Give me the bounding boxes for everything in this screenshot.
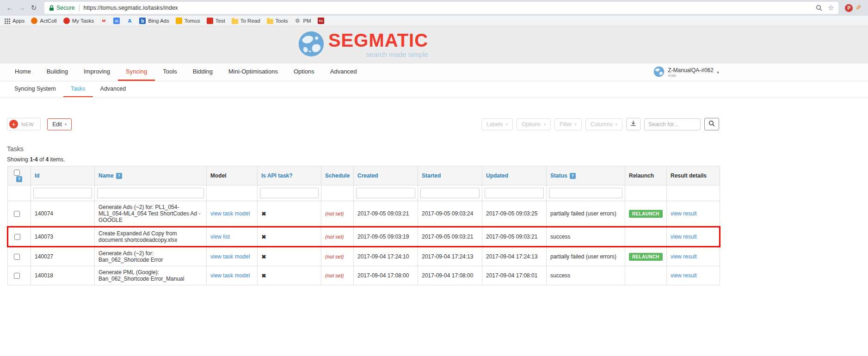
- filter-cell-relaunch: [625, 185, 667, 201]
- extension-pencil-icon[interactable]: ✎: [856, 4, 862, 12]
- filter-input-created[interactable]: [356, 188, 415, 198]
- bookmark-label: Tools: [276, 18, 288, 24]
- bookmark-gmail[interactable]: [100, 18, 107, 24]
- bookmark-my-tasks[interactable]: My Tasks: [63, 18, 94, 24]
- nav-item-building[interactable]: Building: [39, 63, 76, 81]
- new-button[interactable]: + NEW: [7, 118, 41, 130]
- bookmark-tomus[interactable]: Tomus: [176, 18, 200, 24]
- column-label: Result details: [671, 172, 707, 179]
- filter-input-is-api-task[interactable]: [260, 188, 319, 198]
- column-header-status[interactable]: Status: [547, 166, 625, 185]
- search-input[interactable]: [644, 118, 701, 130]
- bookmark-bing-ads[interactable]: Bing Ads: [139, 18, 169, 24]
- row-checkbox[interactable]: [14, 273, 20, 279]
- column-header-schedule[interactable]: Schedule: [321, 166, 354, 185]
- filter-input-started[interactable]: [420, 188, 480, 198]
- back-icon[interactable]: ←: [4, 2, 16, 14]
- column-header-name[interactable]: Name: [95, 166, 207, 185]
- relaunch-button[interactable]: RELAUNCH: [629, 210, 663, 218]
- result-link[interactable]: view result: [671, 253, 697, 260]
- column-header-is-api-task[interactable]: Is API task?: [258, 166, 321, 185]
- extension-p-icon[interactable]: [845, 4, 853, 12]
- nav-item-advanced[interactable]: Advanced: [322, 63, 365, 81]
- zoom-icon[interactable]: [816, 5, 822, 11]
- help-icon[interactable]: [116, 173, 122, 179]
- nav-item-syncing[interactable]: Syncing: [118, 63, 155, 81]
- nav-item-home[interactable]: Home: [7, 63, 39, 81]
- column-header-id[interactable]: Id: [31, 166, 95, 185]
- user-menu[interactable]: Z-ManualQA-#062 #280 ▾: [653, 63, 719, 81]
- relaunch-button[interactable]: RELAUNCH: [629, 253, 663, 261]
- row-checkbox[interactable]: [14, 254, 20, 260]
- nav-item-mini-optimisations[interactable]: Mini-Optimisations: [221, 63, 286, 81]
- filter-cell-updated: [482, 185, 547, 201]
- edit-button[interactable]: Edit ▾: [47, 118, 72, 130]
- grid-icon: [4, 18, 10, 24]
- help-icon[interactable]: [16, 176, 22, 182]
- model-link[interactable]: view task model: [210, 210, 250, 217]
- model-link[interactable]: view task model: [210, 272, 250, 279]
- refresh-icon[interactable]: ↻: [28, 2, 40, 14]
- result-cell: view result: [667, 266, 720, 285]
- result-cell: view result: [667, 247, 720, 266]
- result-link[interactable]: view result: [671, 233, 697, 240]
- bookmark-label: Tomus: [185, 18, 200, 24]
- bookmark-tools[interactable]: Tools: [267, 18, 288, 24]
- chevron-down-icon: ▾: [615, 122, 617, 127]
- select-all-checkbox[interactable]: [14, 170, 20, 176]
- model-link[interactable]: view list: [210, 233, 230, 240]
- subnav-item-advanced[interactable]: Advanced: [93, 81, 134, 97]
- download-icon: [630, 120, 636, 128]
- row-select-cell: [8, 247, 31, 266]
- column-header-created[interactable]: Created: [354, 166, 418, 185]
- bookmark-star-icon[interactable]: ☆: [828, 4, 834, 12]
- table-header-row: IdNameModelIs API task?ScheduleCreatedSt…: [8, 166, 720, 185]
- dropdown-filter[interactable]: Filter▾: [554, 118, 582, 130]
- export-button[interactable]: [626, 118, 640, 130]
- filter-input-status[interactable]: [549, 188, 622, 198]
- nav-item-improving[interactable]: Improving: [76, 63, 118, 81]
- row-checkbox[interactable]: [14, 211, 20, 217]
- column-label: Name: [98, 172, 114, 179]
- column-header-updated[interactable]: Updated: [482, 166, 547, 185]
- subnav-item-syncing-system[interactable]: Syncing System: [7, 81, 63, 97]
- nav-item-options[interactable]: Options: [286, 63, 322, 81]
- result-link[interactable]: view result: [671, 272, 697, 279]
- forward-icon[interactable]: →: [16, 2, 28, 14]
- filter-input-name[interactable]: [97, 188, 204, 198]
- search-button[interactable]: [704, 118, 719, 130]
- is-api-cell: ✖: [258, 247, 321, 266]
- bookmark-test[interactable]: Test: [207, 18, 225, 24]
- nav-item-tools[interactable]: Tools: [155, 63, 185, 81]
- column-header-started[interactable]: Started: [418, 166, 482, 185]
- bookmark-pm[interactable]: PM: [294, 18, 311, 24]
- row-checkbox[interactable]: [14, 234, 20, 240]
- bookmark-cal31[interactable]: [113, 18, 120, 24]
- table-row: 140027Generate Ads (~2) for: Ban_062_Sho…: [8, 247, 720, 266]
- dropdown-columns[interactable]: Columns▾: [585, 118, 622, 130]
- nav-item-bidding[interactable]: Bidding: [185, 63, 221, 81]
- bookmark-to-read[interactable]: To Read: [232, 18, 260, 24]
- bookmark-a-blue[interactable]: [126, 18, 133, 24]
- a-blue-icon: [126, 18, 133, 24]
- bookmark-tc[interactable]: [318, 18, 324, 24]
- gear-icon: [294, 18, 301, 24]
- bookmark-actcoll[interactable]: ActColl: [31, 18, 56, 24]
- filter-input-updated[interactable]: [485, 188, 544, 198]
- help-icon[interactable]: [570, 173, 576, 179]
- dropdown-label: Columns: [591, 121, 612, 128]
- subnav-item-tasks[interactable]: Tasks: [63, 81, 93, 97]
- dropdown-labels[interactable]: Labels▾: [481, 118, 513, 130]
- status-cell: success: [547, 266, 625, 285]
- model-link[interactable]: view task model: [210, 253, 250, 260]
- filter-input-id[interactable]: [33, 188, 92, 198]
- address-bar[interactable]: Secure https://tomus.segmatic.io/tasks/i…: [44, 2, 838, 14]
- bookmark-apps[interactable]: Apps: [4, 18, 25, 24]
- result-link[interactable]: view result: [671, 210, 697, 217]
- table-row: 140074Generate Ads (~2) for: PL1_054-ML1…: [8, 201, 720, 227]
- browser-toolbar: ← → ↻ Secure https://tomus.segmatic.io/t…: [0, 0, 868, 16]
- result-cell: view result: [667, 227, 720, 247]
- dropdown-options[interactable]: Options▾: [517, 118, 551, 130]
- is-api-cell: ✖: [258, 266, 321, 285]
- row-select-cell: [8, 201, 31, 227]
